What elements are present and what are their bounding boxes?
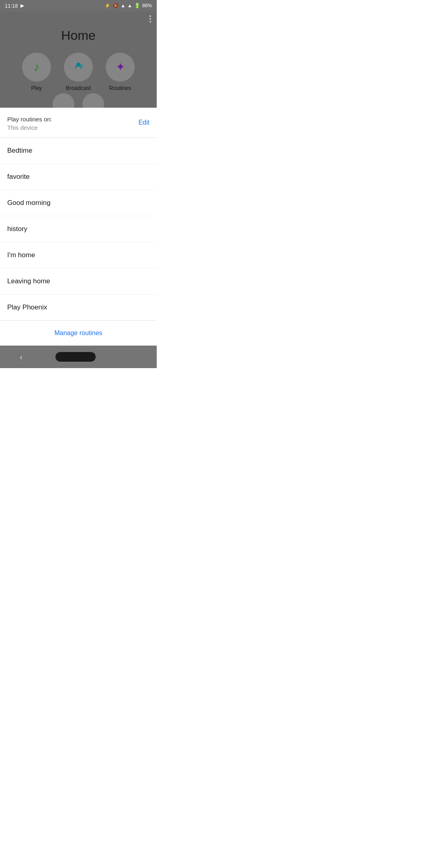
routine-item-play-phoenix[interactable]: Play Phoenix [0, 295, 157, 321]
signal-icon: ▲ [127, 3, 132, 8]
bottom-sheet: Play routines on: This device Edit Bedti… [0, 108, 157, 346]
navigation-bar: ‹ [0, 346, 157, 368]
battery-icon: 🔋 [134, 3, 140, 8]
routines-action[interactable]: ✦ Routines [106, 53, 135, 91]
broadcast-action[interactable]: Broadcast [64, 53, 93, 91]
broadcast-circle [64, 53, 93, 82]
routines-circle: ✦ [106, 53, 135, 82]
routines-icon: ✦ [116, 60, 125, 74]
routine-item-good-morning[interactable]: Good morning [0, 190, 157, 216]
home-background: Home ♪ Play Broadcast [0, 11, 157, 108]
battery-percentage: 86% [142, 3, 152, 8]
play-circle: ♪ [22, 53, 51, 82]
routines-label: Routines [109, 85, 131, 91]
edit-button[interactable]: Edit [138, 119, 149, 126]
youtube-icon: ▶ [20, 3, 24, 8]
bluetooth-icon: ⚡ [104, 3, 111, 8]
music-note-icon: ♪ [34, 60, 40, 74]
wifi-icon: ▲ [121, 3, 125, 8]
broadcast-icon [72, 59, 84, 74]
play-action[interactable]: ♪ Play [22, 53, 51, 91]
routine-item-leaving-home[interactable]: Leaving home [0, 268, 157, 295]
back-button[interactable]: ‹ [13, 349, 29, 365]
bell-off-icon: 🔕 [113, 3, 119, 8]
more-options-button[interactable] [149, 15, 151, 23]
routine-item-favorite[interactable]: favorite [0, 164, 157, 190]
routine-item-im-home[interactable]: I'm home [0, 242, 157, 268]
page-title: Home [61, 28, 95, 43]
play-routines-label: Play routines on: [7, 116, 149, 123]
svg-point-1 [80, 64, 82, 66]
play-label: Play [31, 85, 42, 91]
status-time: 11:18 [5, 3, 18, 9]
status-bar: 11:18 ▶ ⚡ 🔕 ▲ ▲ 🔋 86% [0, 0, 157, 11]
device-label: This device [7, 124, 149, 131]
broadcast-label: Broadcast [66, 85, 91, 91]
play-routines-section: Play routines on: This device Edit [0, 108, 157, 138]
action-buttons-row: ♪ Play Broadcast ✦ [22, 53, 135, 91]
routine-item-history[interactable]: history [0, 216, 157, 242]
routine-item-bedtime[interactable]: Bedtime [0, 138, 157, 164]
home-indicator[interactable] [55, 352, 96, 362]
routine-list: Bedtime favorite Good morning history I'… [0, 138, 157, 321]
manage-routines-button[interactable]: Manage routines [0, 321, 157, 346]
